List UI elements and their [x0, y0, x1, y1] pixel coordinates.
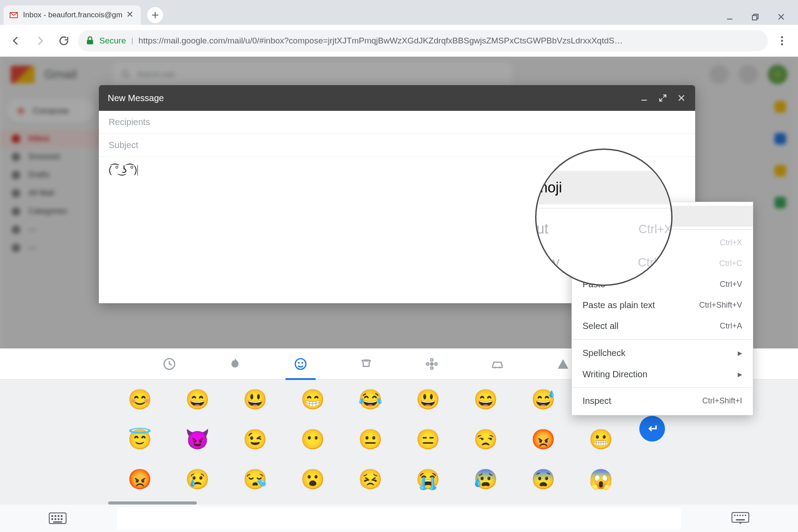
- svg-rect-19: [51, 515, 53, 517]
- emoji-cell[interactable]: 😪: [243, 467, 267, 491]
- forward-button[interactable]: [30, 31, 50, 51]
- emoji-horizontal-scrollbar[interactable]: [108, 501, 197, 505]
- browser-toolbar: Secure | https://mail.google.com/mail/u/…: [0, 25, 798, 57]
- context-menu-item-label: Writing Direction: [583, 369, 647, 379]
- context-menu-item-label: Spellcheck: [583, 348, 626, 358]
- emoji-tab-travel[interactable]: [488, 354, 507, 374]
- tab-title: Inbox - beaufort.francois@gm: [23, 11, 122, 20]
- svg-rect-23: [51, 518, 53, 520]
- emoji-cell[interactable]: 😅: [531, 387, 555, 411]
- browser-tab[interactable]: Inbox - beaufort.francois@gm: [4, 5, 141, 25]
- context-menu-shortcut: Ctrl+X: [720, 238, 742, 247]
- emoji-cell[interactable]: 😂: [358, 387, 382, 411]
- compose-close-icon[interactable]: [677, 93, 686, 103]
- emoji-cell[interactable]: 😑: [416, 427, 440, 451]
- emoji-cell[interactable]: 😨: [531, 467, 555, 491]
- back-button[interactable]: [6, 31, 26, 51]
- emoji-cell[interactable]: 😁: [301, 387, 325, 411]
- compose-fullscreen-icon[interactable]: [658, 93, 668, 103]
- emoji-cell[interactable]: 😐: [358, 427, 382, 451]
- emoji-tab-recent[interactable]: [160, 354, 179, 374]
- window-minimize-icon[interactable]: [724, 12, 735, 22]
- emoji-cell[interactable]: 😊: [128, 387, 152, 411]
- emoji-tab-trending[interactable]: [225, 354, 245, 374]
- svg-point-15: [435, 363, 437, 365]
- context-menu-item[interactable]: Paste as plain textCtrl+Shift+V: [572, 295, 753, 316]
- context-menu-shortcut: Ctrl+Shift+I: [702, 396, 742, 406]
- compose-body-text: ( ͡° ͜ʖ ͡°): [109, 164, 138, 175]
- emoji-spacebar[interactable]: [117, 507, 681, 529]
- keyboard-icon: [49, 512, 66, 524]
- emoji-cell[interactable]: 😭: [416, 467, 440, 491]
- keyboard-layout-button[interactable]: [683, 505, 798, 532]
- emoji-cell[interactable]: 😉: [243, 427, 267, 451]
- emoji-cell[interactable]: 😄: [185, 387, 209, 411]
- svg-rect-24: [55, 518, 56, 520]
- context-menu-shortcut: Ctrl+V: [720, 280, 742, 289]
- svg-point-9: [298, 362, 300, 364]
- svg-point-4: [781, 39, 783, 42]
- window-restore-icon[interactable]: [750, 12, 761, 22]
- emoji-cell[interactable]: 😶: [301, 427, 325, 451]
- emoji-tab-symbols[interactable]: [356, 354, 376, 374]
- context-menu-item[interactable]: Select allCtrl+A: [572, 316, 753, 336]
- svg-rect-31: [739, 515, 741, 516]
- emoji-tab-shapes[interactable]: [553, 354, 573, 374]
- submenu-arrow-icon: ▸: [738, 348, 742, 358]
- emoji-cell[interactable]: 😒: [473, 427, 497, 451]
- new-tab-button[interactable]: [147, 7, 163, 23]
- context-menu-item[interactable]: Writing Direction▸: [572, 364, 753, 385]
- enter-icon: [645, 422, 659, 435]
- emoji-tab-nature[interactable]: [422, 354, 442, 374]
- emoji-cell[interactable]: 😃: [416, 387, 440, 411]
- reload-button[interactable]: [54, 31, 74, 51]
- compose-minimize-icon[interactable]: [639, 93, 649, 103]
- emoji-cell[interactable]: 😮: [301, 467, 325, 491]
- recipients-field[interactable]: Recipients: [99, 111, 695, 134]
- context-menu-item[interactable]: Spellcheck▸: [572, 342, 753, 364]
- context-menu-item-label: Select all: [583, 321, 618, 331]
- emoji-cell[interactable]: 😱: [589, 467, 613, 491]
- emoji-cell[interactable]: 😃: [243, 387, 267, 411]
- emoji-cell[interactable]: 😣: [358, 467, 382, 491]
- svg-point-16: [494, 367, 496, 368]
- emoji-cell[interactable]: 😬: [589, 427, 613, 451]
- context-menu-shortcut: Ctrl+X: [638, 222, 672, 236]
- emoji-enter-button[interactable]: [639, 416, 665, 442]
- emoji-cell[interactable]: 😢: [185, 467, 209, 491]
- svg-point-12: [430, 359, 433, 361]
- svg-point-10: [301, 362, 303, 364]
- svg-point-11: [430, 362, 434, 366]
- address-bar[interactable]: Secure | https://mail.google.com/mail/u/…: [78, 30, 768, 51]
- compose-titlebar[interactable]: New Message: [99, 85, 695, 111]
- compose-title: New Message: [108, 93, 164, 103]
- keyboard-alt-icon: [732, 512, 749, 524]
- secure-label: Secure: [99, 36, 126, 46]
- emoji-tab-smileys[interactable]: [291, 354, 310, 374]
- svg-rect-22: [61, 515, 63, 517]
- context-menu-separator: [572, 339, 753, 340]
- context-menu-item[interactable]: InspectCtrl+Shift+I: [572, 391, 753, 411]
- page-area: Gmail Search mail Compose Inbox Snoozed …: [0, 57, 798, 532]
- svg-rect-21: [58, 515, 59, 517]
- magnifier-annotation: EmojiCutCtrl+XCopyCtrl+C: [535, 149, 673, 286]
- svg-rect-1: [752, 16, 757, 20]
- window-close-icon[interactable]: [776, 12, 786, 22]
- svg-rect-34: [736, 519, 745, 520]
- emoji-cell[interactable]: 😰: [473, 467, 497, 491]
- context-menu-item[interactable]: Emoji: [535, 171, 673, 204]
- window-controls: [724, 12, 794, 25]
- svg-point-14: [426, 363, 429, 365]
- svg-rect-29: [734, 515, 735, 516]
- emoji-cell[interactable]: 😄: [473, 387, 497, 411]
- svg-point-5: [781, 43, 783, 45]
- tab-close-icon[interactable]: [127, 11, 135, 19]
- emoji-bottom-bar: [0, 505, 798, 532]
- emoji-cell[interactable]: 😈: [185, 427, 209, 451]
- keyboard-switch-button[interactable]: [0, 505, 115, 532]
- emoji-cell[interactable]: 😡: [531, 427, 555, 451]
- emoji-cell[interactable]: 😇: [128, 427, 152, 451]
- context-menu-item: CutCtrl+X: [535, 212, 673, 246]
- emoji-cell[interactable]: 😡: [128, 467, 152, 491]
- browser-menu-button[interactable]: [772, 35, 792, 46]
